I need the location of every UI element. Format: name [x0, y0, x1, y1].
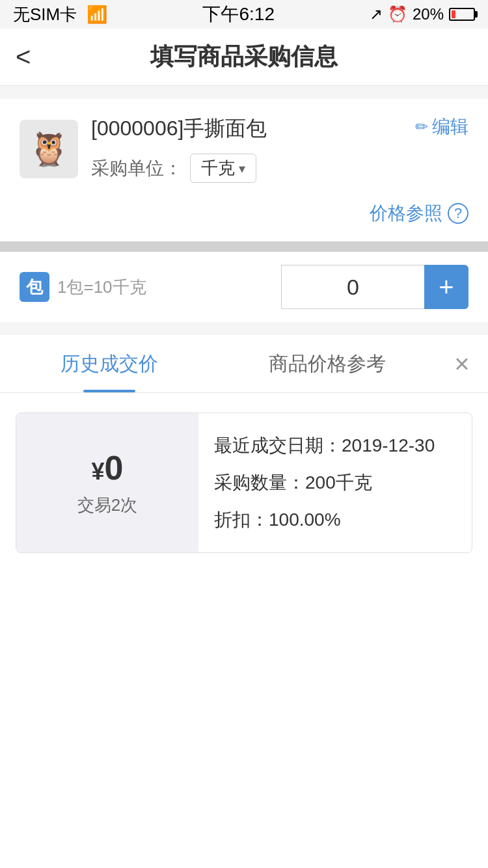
tabs-section: 历史成交价 商品价格参考 × ¥0 交易2次 最近成交日期：2019-12-30 [0, 335, 488, 573]
quantity-row: 包 1包=10千克 + [0, 252, 488, 322]
section-divider [0, 241, 488, 252]
tab-history-label: 历史成交价 [61, 351, 158, 377]
location-icon: ↗ [370, 5, 383, 23]
recent-date-value: 2019-12-30 [342, 435, 435, 455]
tab-active-indicator [83, 390, 135, 392]
bottom-area [0, 573, 488, 868]
price-ref-help-icon: ? [448, 203, 468, 224]
edit-icon: ✏ [415, 118, 428, 136]
recent-date-row: 最近成交日期：2019-12-30 [214, 433, 456, 458]
discount-row: 折扣：100.00% [214, 507, 456, 532]
alarm-icon: ⏰ [388, 5, 407, 23]
product-thumbnail: 🦉 [20, 120, 78, 178]
product-info: [0000006]手撕面包 采购单位： 千克 ▾ [91, 115, 267, 183]
discount-value: 100.00% [269, 509, 341, 530]
nav-bar: < 填写商品采购信息 [0, 29, 488, 86]
tab-close-button[interactable]: × [436, 335, 488, 392]
edit-label: 编辑 [432, 115, 468, 139]
price-value: 0 [105, 449, 124, 487]
battery-icon [449, 8, 475, 21]
quantity-unit-box: 包 [20, 272, 49, 302]
close-icon: × [454, 349, 469, 379]
product-thumb-icon: 🦉 [29, 130, 69, 168]
price-card: ¥0 交易2次 最近成交日期：2019-12-30 采购数量：200千克 折扣：… [16, 413, 472, 553]
discount-label: 折扣： [214, 509, 269, 530]
unit-select[interactable]: 千克 ▾ [190, 154, 256, 183]
history-content: ¥0 交易2次 最近成交日期：2019-12-30 采购数量：200千克 折扣：… [0, 393, 488, 573]
purchase-qty-label: 采购数量： [214, 472, 305, 493]
product-unit-row: 采购单位： 千克 ▾ [91, 154, 267, 183]
status-left: 无SIM卡 📶 [13, 3, 107, 26]
purchase-qty-row: 采购数量：200千克 [214, 470, 456, 495]
tabs-header: 历史成交价 商品价格参考 × [0, 335, 488, 393]
purchase-qty-value: 200千克 [305, 472, 372, 493]
product-name: [0000006]手撕面包 [91, 115, 267, 143]
back-button[interactable]: < [16, 42, 31, 72]
page-title: 填写商品采购信息 [150, 41, 338, 73]
wifi-icon: 📶 [87, 5, 107, 24]
tab-product-price[interactable]: 商品价格参考 [218, 335, 436, 392]
trade-count: 交易2次 [77, 494, 137, 517]
status-right: ↗ ⏰ 20% [370, 5, 475, 23]
edit-button[interactable]: ✏ 编辑 [415, 115, 468, 139]
quantity-hint: 1包=10千克 [57, 276, 146, 299]
price-ref-button[interactable]: 价格参照 ? [370, 201, 468, 226]
plus-icon: + [439, 274, 454, 300]
recent-date-label: 最近成交日期： [214, 435, 342, 455]
no-sim-label: 无SIM卡 [13, 5, 77, 24]
quantity-label-group: 包 1包=10千克 [20, 272, 146, 302]
price-amount: ¥0 [92, 448, 124, 487]
price-card-right: 最近成交日期：2019-12-30 采购数量：200千克 折扣：100.00% [198, 413, 472, 552]
unit-arrow: ▾ [239, 161, 245, 176]
price-card-left: ¥0 交易2次 [16, 413, 198, 552]
yuan-sign: ¥ [92, 458, 105, 485]
unit-value: 千克 [201, 157, 235, 180]
quantity-plus-button[interactable]: + [424, 265, 468, 309]
tab-history-price[interactable]: 历史成交价 [0, 335, 218, 392]
status-bar: 无SIM卡 📶 下午6:12 ↗ ⏰ 20% [0, 0, 488, 29]
tab-product-label: 商品价格参考 [269, 351, 386, 377]
product-card: 🦉 [0000006]手撕面包 采购单位： 千克 ▾ ✏ 编辑 价格参照 [0, 99, 488, 241]
quantity-input[interactable] [281, 265, 424, 309]
battery-percent: 20% [413, 5, 444, 23]
price-ref-label: 价格参照 [370, 201, 442, 226]
quantity-unit-label: 包 [26, 276, 43, 299]
unit-label: 采购单位： [91, 156, 182, 181]
status-time: 下午6:12 [202, 2, 275, 27]
quantity-input-group: + [281, 265, 468, 309]
